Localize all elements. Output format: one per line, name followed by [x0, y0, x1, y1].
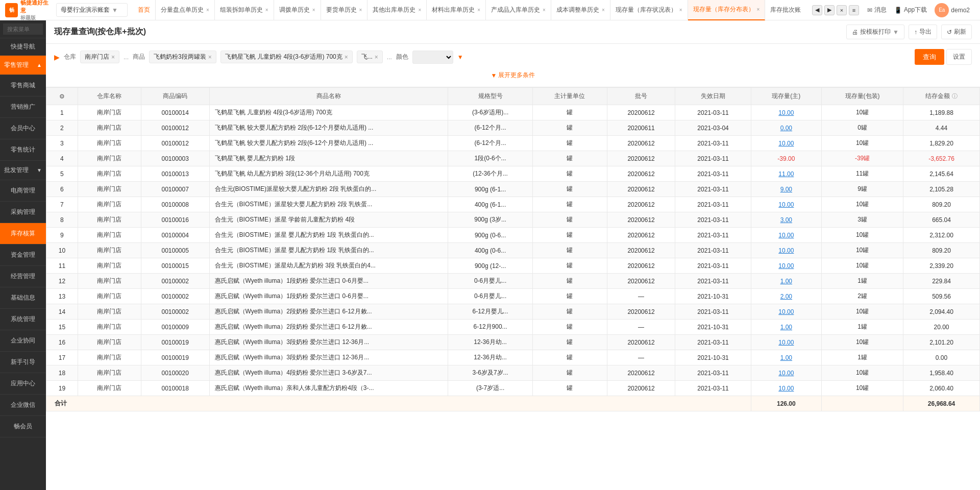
export-button[interactable]: ↑ 导出	[909, 24, 937, 39]
tab-chanchengpin[interactable]: 产成品入库单历史 ×	[486, 0, 551, 20]
tab-home[interactable]: 首页	[133, 0, 156, 20]
sidebar-item-purchase[interactable]: 采购管理	[0, 202, 46, 223]
tab-menu-btn[interactable]: ≡	[849, 5, 859, 15]
cell-qty[interactable]: 10.00	[751, 381, 821, 396]
cell-qty[interactable]: 3.00	[751, 212, 821, 228]
tab-cailiao[interactable]: 材料出库单历史 ×	[427, 0, 486, 20]
close-icon[interactable]: ×	[679, 7, 682, 13]
cell-qty[interactable]: 10.00	[751, 197, 821, 212]
tab-qita[interactable]: 其他出库单历史 ×	[368, 0, 427, 20]
cell-num: 9	[46, 228, 78, 243]
close-icon[interactable]: ×	[543, 7, 546, 13]
tab-yaohuo[interactable]: 要货单历史 ×	[321, 0, 368, 20]
cell-qty[interactable]: 10.00	[751, 136, 821, 151]
warehouse-dots[interactable]: ...	[124, 54, 129, 61]
remove-goods-tag-1[interactable]: ×	[208, 54, 212, 61]
sidebar-item-member2[interactable]: 畅会员	[0, 416, 46, 437]
cell-warehouse: 南岸门店	[78, 304, 141, 320]
cell-qty[interactable]: 9.00	[751, 182, 821, 197]
sidebar-item-finance[interactable]: 资金管理	[0, 244, 46, 266]
tab-prev-btn[interactable]: ◀	[812, 5, 822, 15]
tab-xiancunliang2[interactable]: 现存量（库存分布表） ×	[688, 0, 766, 20]
cell-qty[interactable]: 10.00	[751, 365, 821, 381]
sidebar-item-newbie[interactable]: 新手引导	[0, 352, 46, 373]
tab-diaopo[interactable]: 调拨单历史 ×	[274, 0, 321, 20]
cell-qty[interactable]: 11.00	[751, 166, 821, 182]
cell-qty[interactable]: 10.00	[751, 105, 821, 120]
info-icon[interactable]: ⓘ	[952, 93, 958, 99]
close-icon[interactable]: ×	[359, 7, 362, 13]
cell-code: 00100005	[141, 243, 209, 258]
sidebar-item-wholesale[interactable]: 批发管理 ▼	[0, 161, 46, 180]
close-icon[interactable]: ×	[206, 7, 209, 13]
cell-qty[interactable]: 10.00	[751, 335, 821, 350]
sidebar-item-ecommerce[interactable]: 电商管理	[0, 180, 46, 202]
close-icon[interactable]: ×	[477, 7, 480, 13]
col-settings[interactable]: ⚙	[46, 88, 78, 105]
cell-warehouse: 南岸门店	[78, 381, 141, 396]
search-button[interactable]: 查询	[915, 49, 944, 65]
tab-zuzhuang[interactable]: 组装拆卸单历史 ×	[215, 0, 274, 20]
filter-expand-arrow[interactable]: ▶	[54, 53, 60, 61]
sidebar-item-retail-stats[interactable]: 零售统计	[0, 139, 46, 161]
close-icon[interactable]: ×	[265, 7, 268, 13]
message-btn[interactable]: ✉ 消息	[867, 6, 887, 14]
close-icon[interactable]: ×	[312, 7, 315, 13]
goods-filter-tag-3: 飞... ×	[357, 51, 383, 63]
tab-kucun[interactable]: 库存批次账 ×	[765, 0, 804, 20]
total-qty-pkg	[822, 396, 903, 411]
table-container[interactable]: ⚙ 仓库名称 商品编码 商品名称 规格型号 主计量单位 批号 失效日期 现存量(…	[46, 87, 980, 490]
color-filter-select[interactable]	[412, 51, 453, 64]
sidebar-item-operation[interactable]: 经营管理	[0, 266, 46, 287]
cell-expiry: 2021-03-11	[675, 197, 751, 212]
org-selector[interactable]: 母婴行业演示账套 ▼	[56, 3, 128, 17]
tab-close-btn[interactable]: ×	[837, 5, 847, 15]
app-download-btn[interactable]: 📱 App下载	[894, 6, 927, 14]
sidebar-item-base[interactable]: 基础信息	[0, 287, 46, 309]
refresh-button[interactable]: ↺ 刷新	[941, 24, 972, 39]
sidebar-item-corp[interactable]: 企业协同	[0, 330, 46, 352]
close-icon[interactable]: ×	[602, 7, 605, 13]
cell-qty[interactable]: 10.00	[751, 228, 821, 243]
close-icon[interactable]: ×	[757, 7, 760, 12]
color-chevron[interactable]: ▼	[457, 54, 463, 61]
print-button[interactable]: 🖨 按模板打印 ▼	[846, 24, 904, 39]
tab-chengben[interactable]: 成本调整单历史 ×	[551, 0, 610, 20]
quick-nav[interactable]: 快捷导航	[0, 38, 46, 56]
remove-warehouse-tag[interactable]: ×	[111, 54, 115, 61]
tab-next-btn[interactable]: ▶	[824, 5, 835, 15]
cell-qty[interactable]: 10.00	[751, 258, 821, 274]
cell-qty[interactable]: 1.00	[751, 274, 821, 289]
cell-qty[interactable]: 10.00	[751, 304, 821, 320]
sidebar-item-member[interactable]: 会员中心	[0, 118, 46, 139]
cell-qty[interactable]: 1.00	[751, 320, 821, 335]
user-avatar[interactable]: Ea demo2	[935, 3, 970, 17]
chevron-down-icon: ▼	[112, 7, 118, 14]
cell-qty[interactable]: 2.00	[751, 289, 821, 304]
sidebar-item-apps[interactable]: 应用中心	[0, 373, 46, 395]
tab-fenliang[interactable]: 分量盘点单历史 ×	[156, 0, 215, 20]
search-menu-input[interactable]	[3, 23, 43, 35]
cell-batch: 20200612	[607, 243, 675, 258]
cell-qty[interactable]: 0.00	[751, 120, 821, 136]
tab-xiancunliang1[interactable]: 现存量（库存状况表） ×	[610, 0, 688, 20]
close-icon[interactable]: ×	[418, 7, 421, 13]
cell-qty[interactable]: 10.00	[751, 243, 821, 258]
cell-warehouse: 南岸门店	[78, 274, 141, 289]
cell-qty[interactable]: 1.00	[751, 350, 821, 365]
sidebar-item-inventory[interactable]: 库存核算	[0, 223, 46, 244]
sidebar-item-system[interactable]: 系统管理	[0, 309, 46, 330]
goods-dots[interactable]: ...	[387, 54, 392, 61]
close-icon[interactable]: ×	[803, 7, 804, 13]
remove-goods-tag-2[interactable]: ×	[345, 54, 348, 61]
cell-code: 00100002	[141, 274, 209, 289]
cell-expiry: 2021-10-31	[675, 320, 751, 335]
sidebar-item-retail[interactable]: 零售管理 ▲	[0, 56, 46, 75]
cell-warehouse: 南岸门店	[78, 166, 141, 182]
sidebar-item-wechat[interactable]: 企业微信	[0, 395, 46, 416]
remove-goods-tag-3[interactable]: ×	[375, 54, 378, 61]
expand-conditions-btn[interactable]: ▼ 展开更多条件	[491, 71, 535, 80]
settings-button[interactable]: 设置	[946, 49, 972, 65]
sidebar-item-ecommerce-retail[interactable]: 零售商城	[0, 75, 46, 96]
sidebar-item-marketing[interactable]: 营销推广	[0, 96, 46, 118]
